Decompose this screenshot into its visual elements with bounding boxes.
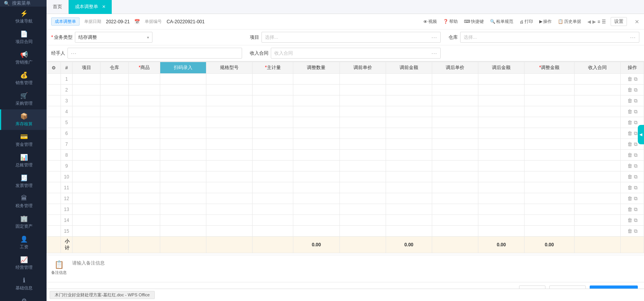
delete-icon-row7[interactable]: 🗑	[627, 141, 632, 147]
cell-row12-scan[interactable]	[160, 193, 206, 204]
cell-row7-spec[interactable]	[206, 139, 253, 150]
cell-row1-adj_amount[interactable]	[525, 74, 574, 85]
cell-row6-prev_price[interactable]	[339, 128, 386, 139]
cell-row2-after_price[interactable]	[432, 85, 478, 95]
delete-icon-row13[interactable]: 🗑	[627, 206, 632, 212]
cell-row13-prev_amount[interactable]	[386, 204, 432, 215]
cell-row7-prev_amount[interactable]	[386, 139, 432, 150]
right-accent-button[interactable]: ◀	[638, 125, 644, 144]
delete-icon-row10[interactable]: 🗑	[627, 174, 632, 180]
cell-row8-warehouse[interactable]	[100, 150, 128, 161]
cell-row11-goods[interactable]	[128, 182, 160, 193]
cell-row7-adj_amount[interactable]	[525, 139, 574, 150]
cell-row3-prev_amount[interactable]	[386, 95, 432, 106]
cell-row13-income_contract[interactable]	[574, 204, 620, 215]
cell-row2-prev_amount[interactable]	[386, 85, 432, 95]
cell-row2-spec[interactable]	[206, 85, 253, 95]
cell-row4-project[interactable]	[73, 106, 100, 117]
doc-action-help[interactable]: ❓帮助	[441, 18, 459, 25]
copy-icon-row13[interactable]: ⧉	[634, 206, 637, 213]
cell-row12-income_contract[interactable]	[574, 193, 620, 204]
cell-row9-adj_qty[interactable]	[293, 161, 339, 171]
cell-row7-income_contract[interactable]	[574, 139, 620, 150]
cell-row1-prev_amount[interactable]	[386, 74, 432, 85]
cell-row4-spec[interactable]	[206, 106, 253, 117]
cell-row2-income_contract[interactable]	[574, 85, 620, 95]
cell-row10-after_price[interactable]	[432, 171, 478, 182]
cell-row6-scan[interactable]	[160, 128, 206, 139]
cell-row10-goods[interactable]	[128, 171, 160, 182]
tab-cost-adjust[interactable]: 成本调整单✕	[69, 0, 112, 14]
sidebar-item-sales-promo[interactable]: 📢营销推广	[0, 48, 47, 68]
cell-row4-warehouse[interactable]	[100, 106, 128, 117]
cell-row7-adj_qty[interactable]	[293, 139, 339, 150]
cell-row14-spec[interactable]	[206, 215, 253, 226]
sidebar-item-invoice[interactable]: 🧾发票管理	[0, 171, 47, 192]
cell-row9-prev_price[interactable]	[339, 161, 386, 171]
cell-row2-goods[interactable]	[128, 85, 160, 95]
cell-row13-adj_qty[interactable]	[293, 204, 339, 215]
sidebar-item-project-contract[interactable]: 📄项目合同	[0, 27, 47, 48]
cell-row3-scan[interactable]	[160, 95, 206, 106]
tab-close-cost-adjust[interactable]: ✕	[102, 4, 106, 9]
cell-row8-scan[interactable]	[160, 150, 206, 161]
cell-row7-unit[interactable]	[253, 139, 293, 150]
copy-icon-row5[interactable]: ⧉	[634, 119, 637, 126]
cell-row13-after_amount[interactable]	[478, 204, 525, 215]
cell-row12-after_price[interactable]	[432, 193, 478, 204]
delete-icon-row14[interactable]: 🗑	[627, 217, 632, 223]
cell-row10-spec[interactable]	[206, 171, 253, 182]
cell-row13-prev_price[interactable]	[339, 204, 386, 215]
cell-row9-goods[interactable]	[128, 161, 160, 171]
cell-row11-prev_amount[interactable]	[386, 182, 432, 193]
sidebar-item-tax[interactable]: 🏛税务管理	[0, 192, 47, 212]
sidebar-item-salary[interactable]: 👤工资	[0, 232, 47, 253]
cell-row11-prev_price[interactable]	[339, 182, 386, 193]
cell-row12-after_amount[interactable]	[478, 193, 525, 204]
cell-row2-after_amount[interactable]	[478, 85, 525, 95]
cell-row12-prev_price[interactable]	[339, 193, 386, 204]
cell-row8-prev_amount[interactable]	[386, 150, 432, 161]
cell-row3-income_contract[interactable]	[574, 95, 620, 106]
cell-row14-unit[interactable]	[253, 215, 293, 226]
cell-row9-project[interactable]	[73, 161, 100, 171]
copy-icon-row12[interactable]: ⧉	[634, 195, 637, 202]
notes-icon-area[interactable]: 📋 备注信息	[51, 258, 67, 275]
cell-row6-prev_amount[interactable]	[386, 128, 432, 139]
cell-row6-adj_amount[interactable]	[525, 128, 574, 139]
cell-row6-warehouse[interactable]	[100, 128, 128, 139]
cell-row1-after_amount[interactable]	[478, 74, 525, 85]
doc-action-print[interactable]: 🖨打印	[518, 18, 535, 25]
sidebar-item-finance[interactable]: 💳资金管理	[0, 130, 47, 150]
cell-row6-adj_qty[interactable]	[293, 128, 339, 139]
sidebar-search[interactable]: 🔍 搜索菜单	[0, 0, 47, 7]
cell-row12-adj_amount[interactable]	[525, 193, 574, 204]
cell-row14-income_contract[interactable]	[574, 215, 620, 226]
taskbar-item[interactable]: 木门行业好业财处理方案-墓红红.doc - WPS Office	[50, 291, 155, 299]
cell-row2-prev_price[interactable]	[339, 85, 386, 95]
sidebar-item-quick-nav[interactable]: ⚡快速导航	[0, 7, 47, 27]
cell-row5-adj_amount[interactable]	[525, 117, 574, 128]
cell-row5-scan[interactable]	[160, 117, 206, 128]
cell-row4-goods[interactable]	[128, 106, 160, 117]
cell-row15-scan[interactable]	[160, 226, 206, 237]
cell-row4-income_contract[interactable]	[574, 106, 620, 117]
copy-icon-row7[interactable]: ⧉	[634, 141, 637, 147]
cell-row12-goods[interactable]	[128, 193, 160, 204]
cell-row15-adj_amount[interactable]	[525, 226, 574, 237]
cell-row4-after_amount[interactable]	[478, 106, 525, 117]
view-list-icon[interactable]: ≡	[597, 19, 600, 24]
cell-row8-adj_amount[interactable]	[525, 150, 574, 161]
cell-row7-scan[interactable]	[160, 139, 206, 150]
cell-row11-project[interactable]	[73, 182, 100, 193]
cell-row7-warehouse[interactable]	[100, 139, 128, 150]
cell-row11-spec[interactable]	[206, 182, 253, 193]
income-contract-input[interactable]: 收入合同 ···	[271, 48, 441, 59]
cell-row14-adj_qty[interactable]	[293, 215, 339, 226]
cell-row14-adj_amount[interactable]	[525, 215, 574, 226]
sidebar-item-ops-mgmt[interactable]: 📈经营管理	[0, 253, 47, 273]
cell-row6-after_price[interactable]	[432, 128, 478, 139]
cell-row12-spec[interactable]	[206, 193, 253, 204]
cell-row10-warehouse[interactable]	[100, 171, 128, 182]
cell-row3-project[interactable]	[73, 95, 100, 106]
